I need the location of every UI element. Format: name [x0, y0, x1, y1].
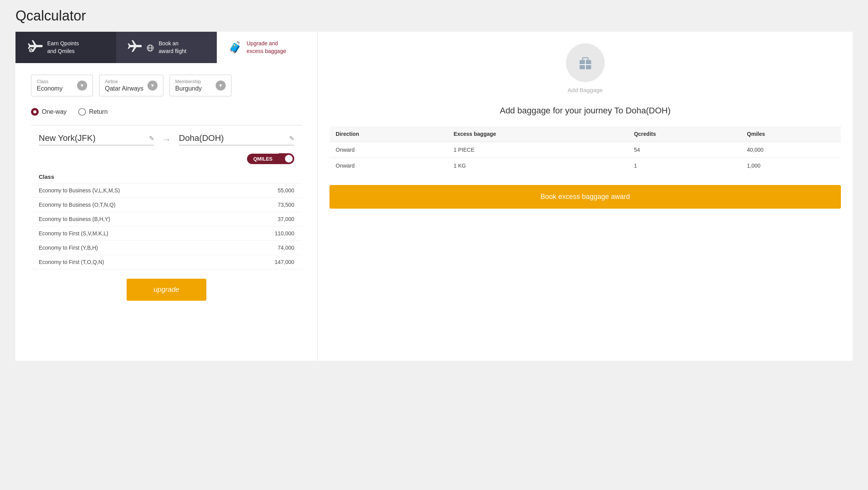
- table-row: Economy to Business (B,H,Y)37,000: [31, 212, 302, 226]
- destination-edit-icon[interactable]: ✎: [289, 135, 294, 142]
- tab-award[interactable]: Book an award flight: [116, 32, 217, 63]
- add-baggage-label: Add Baggage: [329, 87, 841, 93]
- route-arrow-icon: →: [162, 134, 171, 145]
- route-row: New York(JFK) ✎ → Doha(DOH) ✎: [31, 133, 302, 146]
- table-row: Economy to First (Y,B,H)74,000: [31, 241, 302, 255]
- toggle-row: QMILES: [31, 153, 302, 164]
- trip-type-row: One-way Return: [31, 108, 302, 116]
- return-circle: [78, 108, 86, 116]
- baggage-table: DirectionExcess baggageQcreditsQmiles On…: [329, 126, 841, 173]
- baggage-table-row: Onward1 PIECE5440,000: [329, 142, 841, 158]
- divider: [31, 125, 302, 125]
- right-panel: Add Baggage Add baggage for your journey…: [317, 32, 853, 361]
- award-tab-text: Book an award flight: [159, 40, 187, 55]
- earn-tab-text: Earn Qpoints and Qmiles: [47, 40, 79, 55]
- toggle-switch[interactable]: [279, 153, 294, 164]
- return-radio[interactable]: Return: [78, 108, 108, 116]
- book-excess-baggage-button[interactable]: Book excess baggage award: [329, 185, 841, 209]
- membership-value: Burgundy: [175, 85, 202, 92]
- class-dropdown-arrow: ▼: [77, 81, 87, 91]
- luggage-icon: 🧳: [228, 41, 242, 54]
- table-row: Economy to Business (O,T,N,Q)73,500: [31, 198, 302, 212]
- airline-dropdown-arrow: ▼: [148, 81, 158, 91]
- origin-field[interactable]: New York(JFK) ✎: [39, 133, 154, 146]
- origin-edit-icon[interactable]: ✎: [149, 135, 154, 142]
- baggage-table-row: Onward1 KG11,000: [329, 158, 841, 173]
- nav-tabs: Earn Qpoints and Qmiles: [15, 32, 317, 63]
- airline-label: Airline: [105, 79, 144, 84]
- destination-field[interactable]: Doha(DOH) ✎: [179, 133, 294, 146]
- upgrade-tab-text: Upgrade and excess baggage: [247, 40, 286, 55]
- svg-line-1: [30, 49, 32, 51]
- upgrade-button[interactable]: upgrade: [127, 279, 206, 301]
- class-value: Economy: [37, 85, 63, 92]
- class-table: Class Economy to Business (V,L,K,M,S)55,…: [31, 170, 302, 269]
- airline-dropdown[interactable]: Airline Qatar Airways ▼: [99, 75, 163, 96]
- baggage-icon: [576, 53, 595, 72]
- class-label: Class: [37, 79, 63, 84]
- class-column-header: Class: [31, 170, 230, 183]
- table-row: Economy to Business (V,L,K,M,S)55,000: [31, 183, 302, 198]
- table-row: Economy to First (T,O,Q,N)147,000: [31, 255, 302, 269]
- membership-dropdown-arrow: ▼: [216, 81, 226, 91]
- membership-label: Membership: [175, 79, 202, 84]
- airline-value: Qatar Airways: [105, 85, 144, 92]
- add-baggage-circle: [566, 43, 605, 82]
- oneway-radio[interactable]: One-way: [31, 108, 67, 116]
- membership-dropdown[interactable]: Membership Burgundy ▼: [170, 75, 232, 96]
- page-title: Qcalculator: [15, 8, 853, 24]
- award-plane-icon: [128, 40, 154, 55]
- dropdowns-row: Class Economy ▼ Airline Qatar Airways ▼: [31, 75, 302, 96]
- qmiles-toggle[interactable]: QMILES: [247, 153, 294, 164]
- table-row: Economy to First (S,V,M,K,L)110,000: [31, 226, 302, 241]
- tab-earn[interactable]: Earn Qpoints and Qmiles: [15, 32, 116, 63]
- oneway-circle: [31, 108, 39, 116]
- toggle-knob: [285, 155, 293, 163]
- earn-plane-icon: [27, 39, 43, 55]
- journey-title: Add baggage for your journey To Doha(DOH…: [329, 105, 841, 117]
- class-dropdown[interactable]: Class Economy ▼: [31, 75, 93, 96]
- tab-upgrade[interactable]: 🧳 Upgrade and excess baggage: [217, 32, 317, 63]
